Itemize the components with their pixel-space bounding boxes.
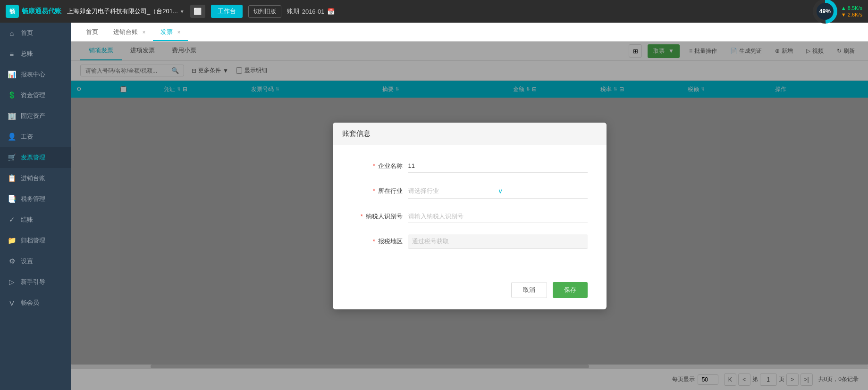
- tax-id-label: * 纳税人识别号: [352, 212, 408, 221]
- period-display: 账期 2016-01 📅: [287, 7, 335, 16]
- tab-purchase[interactable]: 进销台账 ×: [106, 24, 153, 41]
- tax-region-display: 通过税号获取: [408, 234, 588, 249]
- reports-icon: 📊: [8, 70, 16, 79]
- sidebar: ⌂ 首页 ≡ 总账 📊 报表中心 💲 资金管理 🏢 固定资产 👤 工资 🛒 发票…: [0, 23, 71, 390]
- company-label: * 企业名称: [352, 162, 408, 170]
- dialog-body: * 企业名称 * 所在行业 请选择行业: [333, 145, 607, 274]
- sidebar-item-salary[interactable]: 👤 工资: [0, 126, 71, 147]
- capital-icon: 💲: [8, 91, 16, 100]
- sidebar-item-label: 首页: [21, 29, 33, 37]
- industry-label: * 所在行业: [352, 187, 408, 195]
- sidebar-item-ledger[interactable]: ≡ 总账: [0, 43, 71, 64]
- app-logo: 畅 畅康通易代账: [6, 5, 61, 18]
- calendar-icon[interactable]: 📅: [327, 8, 335, 15]
- ledger-icon: ≡: [8, 50, 16, 58]
- cancel-button[interactable]: 取消: [511, 282, 547, 298]
- guide-icon: ▷: [8, 278, 16, 286]
- topbar-right: 49% ▲ 8.5K/s ▼ 2.6K/s: [813, 0, 862, 24]
- dialog-footer: 取消 保存: [333, 274, 607, 309]
- tab-invoice[interactable]: 发票 ×: [153, 24, 188, 41]
- save-button[interactable]: 保存: [553, 282, 588, 298]
- period-value: 2016-01: [302, 8, 325, 15]
- company-input[interactable]: [408, 159, 588, 173]
- sidebar-item-label: 资金管理: [21, 91, 45, 100]
- sidebar-item-label: 固定资产: [21, 112, 45, 120]
- form-row-industry: * 所在行业 请选择行业 ∨: [352, 184, 588, 199]
- dialog-header: 账套信息: [333, 123, 607, 145]
- settings-icon: ⚙: [8, 257, 16, 266]
- speed-details: ▲ 8.5K/s ▼ 2.6K/s: [841, 5, 862, 17]
- form-row-tax-region: * 报税地区 通过税号获取: [352, 234, 588, 249]
- company-name: 上海卯金刀电子科技有限公司_（台201...: [67, 7, 178, 16]
- required-mark: *: [373, 162, 375, 169]
- archive-icon: 📁: [8, 236, 16, 245]
- sidebar-item-label: 报表中心: [21, 70, 45, 79]
- tab-invoice-label: 发票: [160, 28, 173, 35]
- print-icon[interactable]: ⬜: [190, 5, 205, 18]
- dialog-title: 账套信息: [342, 129, 371, 137]
- speed-circle: 49%: [813, 0, 837, 24]
- sidebar-item-reports[interactable]: 📊 报表中心: [0, 64, 71, 85]
- required-mark: *: [361, 213, 363, 220]
- topbar: 畅 畅康通易代账 上海卯金刀电子科技有限公司_（台201... ▼ ⬜ 工作台 …: [0, 0, 868, 23]
- company-selector[interactable]: 上海卯金刀电子科技有限公司_（台201... ▼: [67, 7, 185, 16]
- sidebar-item-settle[interactable]: ✓ 结账: [0, 209, 71, 230]
- sidebar-item-label: 新手引导: [21, 278, 45, 286]
- tax-icon: 📑: [8, 195, 16, 203]
- assets-icon: 🏢: [8, 112, 16, 120]
- tab-bar: 首页 进销台账 × 发票 ×: [71, 23, 868, 41]
- app-body: ⌂ 首页 ≡ 总账 📊 报表中心 💲 资金管理 🏢 固定资产 👤 工资 🛒 发票…: [0, 23, 868, 390]
- salary-icon: 👤: [8, 133, 16, 141]
- invoice-icon: 🛒: [8, 153, 16, 162]
- tab-purchase-close[interactable]: ×: [143, 29, 145, 35]
- sidebar-item-guide[interactable]: ▷ 新手引导: [0, 272, 71, 292]
- modal-overlay: 账套信息 * 企业名称: [71, 41, 868, 390]
- account-info-dialog: 账套信息 * 企业名称: [333, 123, 607, 309]
- sidebar-item-invoice[interactable]: 🛒 发票管理: [0, 147, 71, 168]
- sidebar-item-label: 税务管理: [21, 195, 45, 203]
- form-row-tax-id: * 纳税人识别号: [352, 210, 588, 223]
- sidebar-item-archive[interactable]: 📁 归档管理: [0, 230, 71, 251]
- industry-placeholder: 请选择行业: [408, 187, 498, 195]
- period-label: 账期: [287, 7, 299, 16]
- tab-invoice-close[interactable]: ×: [177, 29, 180, 35]
- sidebar-item-assets[interactable]: 🏢 固定资产: [0, 106, 71, 126]
- home-icon: ⌂: [8, 29, 16, 37]
- member-icon: V: [8, 299, 16, 307]
- company-dropdown-icon: ▼: [180, 9, 185, 14]
- sidebar-item-settings[interactable]: ⚙ 设置: [0, 251, 71, 272]
- sidebar-item-label: 畅会员: [21, 299, 39, 307]
- required-mark: *: [373, 187, 375, 194]
- tax-id-input[interactable]: [408, 210, 588, 223]
- sidebar-item-label: 归档管理: [21, 236, 45, 245]
- sidebar-item-label: 总账: [21, 50, 33, 58]
- speed-percent: 49%: [817, 3, 834, 20]
- app-name: 畅康通易代账: [22, 7, 61, 16]
- sidebar-item-tax[interactable]: 📑 税务管理: [0, 189, 71, 209]
- sidebar-item-label: 发票管理: [21, 153, 45, 162]
- required-mark: *: [373, 238, 375, 245]
- industry-dropdown-icon: ∨: [498, 187, 588, 195]
- speed-widget: 49% ▲ 8.5K/s ▼ 2.6K/s: [813, 0, 862, 24]
- industry-select[interactable]: 请选择行业 ∨: [408, 184, 588, 199]
- switch-old-button[interactable]: 切到旧版: [248, 5, 281, 18]
- download-speed: ▼ 2.6K/s: [841, 12, 862, 17]
- sidebar-item-purchase[interactable]: 📋 进销台账: [0, 168, 71, 189]
- sidebar-item-label: 设置: [21, 257, 33, 266]
- sidebar-item-label: 工资: [21, 133, 33, 141]
- form-row-company: * 企业名称: [352, 159, 588, 173]
- tab-purchase-label: 进销台账: [113, 28, 138, 35]
- settle-icon: ✓: [8, 216, 16, 224]
- sidebar-item-home[interactable]: ⌂ 首页: [0, 23, 71, 43]
- tab-home[interactable]: 首页: [78, 24, 106, 41]
- sidebar-item-member[interactable]: V 畅会员: [0, 292, 71, 313]
- sidebar-item-label: 进销台账: [21, 174, 45, 183]
- main-content: 首页 进销台账 × 发票 × 销项发票 进项发票: [71, 23, 868, 390]
- tab-home-label: 首页: [86, 28, 98, 35]
- upload-speed: ▲ 8.5K/s: [841, 5, 862, 11]
- sidebar-item-capital[interactable]: 💲 资金管理: [0, 85, 71, 106]
- workbench-button[interactable]: 工作台: [211, 5, 243, 18]
- page-area: 销项发票 进项发票 费用小票 ⊞ 取票 ▼ ≡: [71, 41, 868, 390]
- logo-icon: 畅: [6, 5, 19, 18]
- sidebar-item-label: 结账: [21, 216, 33, 224]
